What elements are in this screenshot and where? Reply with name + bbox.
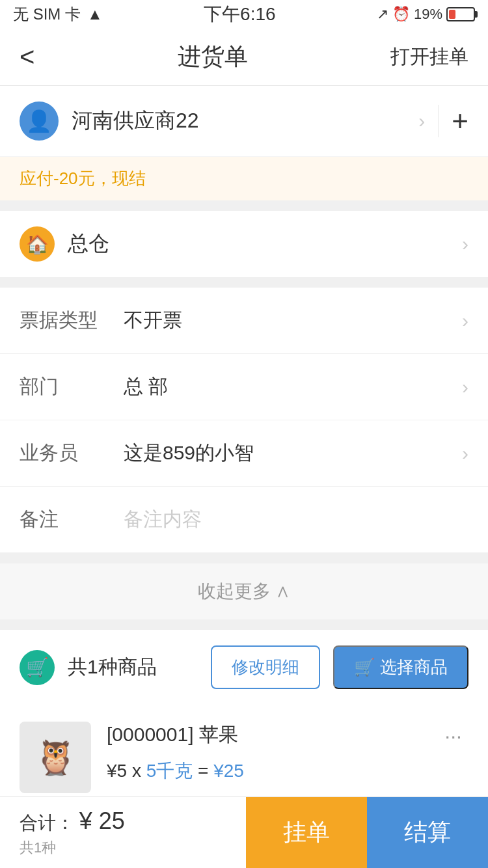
bottom-bar: 合计： ¥ 25 共1种 挂单 结算	[0, 796, 488, 868]
vertical-divider	[438, 105, 439, 137]
select-product-label: 选择商品	[380, 656, 448, 679]
alarm-icon: ⏰	[392, 6, 410, 23]
remark-label: 备注	[20, 506, 111, 533]
supplier-row[interactable]: 👤 河南供应商22 › +	[0, 86, 488, 157]
product-info: [0000001] 苹果 ¥5 x 5千克 = ¥25	[107, 722, 422, 783]
supplier-avatar: 👤	[20, 102, 59, 141]
supplier-card: 👤 河南供应商22 › + 应付-20元，现结	[0, 86, 488, 200]
product-title: 苹果	[199, 724, 238, 745]
total-price: ¥25	[213, 761, 244, 781]
sales-value: 这是859的小智	[111, 440, 462, 467]
invoice-row[interactable]: 票据类型 不开票 ›	[0, 288, 488, 354]
quantity-value: 5千克	[146, 761, 193, 781]
products-count: 共1种商品	[68, 654, 198, 681]
sales-label: 业务员	[20, 440, 111, 467]
total-count: 共1种	[20, 838, 226, 858]
total-section: 合计： ¥ 25 共1种	[0, 807, 246, 858]
supplier-chevron-icon: ›	[418, 110, 425, 132]
open-hold-button[interactable]: 打开挂单	[390, 44, 468, 70]
total-amount: ¥ 25	[79, 807, 125, 834]
notice-bar: 应付-20元，现结	[0, 157, 488, 200]
cart-icon: 🛒	[354, 657, 375, 677]
warehouse-row[interactable]: 🏠 总仓 ›	[0, 211, 488, 277]
nav-bar: < 进货单 打开挂单	[0, 29, 488, 86]
back-button[interactable]: <	[20, 42, 34, 72]
select-product-button[interactable]: 🛒 选择商品	[333, 645, 468, 689]
battery-icon	[446, 7, 475, 21]
hold-label: 挂单	[283, 817, 330, 848]
remark-row[interactable]: 备注 备注内容	[0, 487, 488, 553]
more-button[interactable]: ···	[438, 722, 468, 751]
main-content: 👤 河南供应商22 › + 应付-20元，现结 🏠 总仓 › 票据类型 不开票 …	[0, 86, 488, 868]
edit-detail-button[interactable]: 修改明细	[211, 645, 320, 689]
form-card: 票据类型 不开票 › 部门 总 部 › 业务员 这是859的小智 › 备注 备注…	[0, 288, 488, 553]
status-bar: 无 SIM 卡 ▲ 下午6:16 ↗ ⏰ 19%	[0, 0, 488, 29]
invoice-label: 票据类型	[20, 307, 111, 334]
location-icon: ↗	[377, 6, 388, 23]
checkout-label: 结算	[404, 817, 451, 848]
products-icon: 🛒	[20, 650, 55, 685]
dept-label: 部门	[20, 373, 111, 400]
time-label: 下午6:16	[204, 2, 276, 27]
product-code: [0000001]	[107, 724, 193, 745]
warehouse-name: 总仓	[68, 230, 462, 258]
total-label: 合计：	[20, 813, 74, 833]
products-card: 🛒 共1种商品 修改明细 🛒 选择商品 🦉 [0000001] 苹果 ¥5	[0, 630, 488, 809]
collapse-label: 收起更多 ∧	[198, 581, 291, 601]
notice-text: 应付-20元，现结	[20, 169, 146, 188]
sales-row[interactable]: 业务员 这是859的小智 ›	[0, 420, 488, 487]
product-thumb-icon: 🦉	[34, 738, 77, 778]
hold-button[interactable]: 挂单	[246, 797, 367, 869]
product-item: 🦉 [0000001] 苹果 ¥5 x 5千克 = ¥25 ···	[0, 706, 488, 809]
dept-value: 总 部	[111, 373, 462, 400]
unit-price: ¥5	[107, 761, 127, 781]
wifi-icon: ▲	[87, 5, 103, 23]
dept-chevron-icon: ›	[462, 376, 468, 398]
battery-percent: 19%	[414, 6, 442, 23]
products-header: 🛒 共1种商品 修改明细 🛒 选择商品	[0, 630, 488, 705]
warehouse-chevron-icon: ›	[462, 233, 468, 255]
remark-input[interactable]: 备注内容	[111, 506, 468, 533]
checkout-button[interactable]: 结算	[367, 797, 488, 869]
invoice-chevron-icon: ›	[462, 310, 468, 332]
page-title: 进货单	[178, 41, 248, 73]
supplier-name: 河南供应商22	[72, 107, 418, 135]
carrier-label: 无 SIM 卡	[13, 4, 81, 25]
dept-row[interactable]: 部门 总 部 ›	[0, 354, 488, 420]
equals-sign: =	[198, 761, 213, 781]
invoice-value: 不开票	[111, 307, 462, 334]
collapse-button[interactable]: 收起更多 ∧	[0, 563, 488, 619]
sales-chevron-icon: ›	[462, 442, 468, 465]
multiply-sign: x	[132, 761, 146, 781]
total-row: 合计： ¥ 25	[20, 807, 226, 835]
warehouse-icon: 🏠	[20, 226, 55, 262]
add-button[interactable]: +	[452, 105, 468, 137]
product-thumbnail: 🦉	[20, 722, 91, 793]
product-name: [0000001] 苹果	[107, 722, 422, 748]
product-price: ¥5 x 5千克 = ¥25	[107, 759, 422, 783]
